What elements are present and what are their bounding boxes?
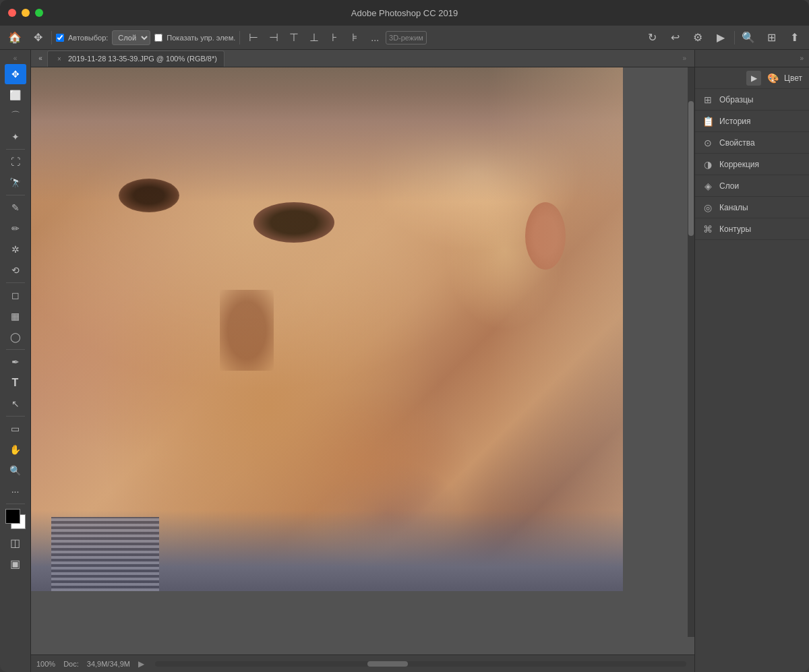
move-tool[interactable]: ✥ [5,64,26,84]
auto-select-checkbox[interactable] [56,34,64,42]
panel-item-layers[interactable]: ◈ Слои [695,175,809,197]
layers-label: Слои [719,181,739,191]
home-button[interactable]: 🏠 [5,28,24,47]
video-btn[interactable]: ▶ [711,28,730,47]
crop-tool[interactable]: ⛶ [5,152,26,172]
status-bar: 100% Doc: 34,9M/34,9M ▶ [31,654,694,672]
tab-panel-expand[interactable]: » [677,55,692,62]
canvas-container[interactable] [31,67,694,654]
align-middle-btn[interactable]: ⊦ [325,28,344,47]
tools-collapse-btn[interactable]: « [13,53,18,63]
history-icon: 📋 [702,115,714,127]
eyedropper-tool[interactable]: 🔭 [5,173,26,193]
document-tab[interactable]: × 2019-11-28 13-35-39.JPG @ 100% (RGB/8*… [47,51,224,67]
scrollbar-thumb-v[interactable] [688,101,694,236]
pen-tool[interactable]: ✒ [5,352,26,372]
auto-select-label: Автовыбор: [68,34,108,42]
tab-close-btn[interactable]: × [55,54,64,63]
align-center-btn[interactable]: ⊣ [264,28,283,47]
align-left-btn[interactable]: ⊢ [244,28,263,47]
show-controls-checkbox[interactable] [154,34,162,42]
history-label: История [719,117,751,126]
panel-play-btn-color[interactable]: ▶ [746,71,761,86]
dodge-tool[interactable]: ◯ [5,327,26,347]
align-bottom-btn[interactable]: ⊧ [345,28,364,47]
clone-stamp-tool[interactable]: ✲ [5,239,26,259]
foreground-color[interactable] [5,509,20,524]
tool-sep-1 [6,149,25,150]
panel-item-samples[interactable]: ⊞ Образцы [695,89,809,111]
tool-sep-3 [6,282,25,283]
channels-icon: ◎ [702,202,714,214]
panel-item-correction[interactable]: ◑ Коррекция [695,154,809,175]
samples-icon: ⊞ [702,94,714,106]
color-swatches[interactable] [5,509,26,529]
right-panel-header: » [695,50,809,67]
photoshop-window: Adobe Photoshop CC 2019 🏠 ✥ Автовыбор: С… [0,0,809,672]
search-btn[interactable]: 🔍 [739,28,758,47]
titlebar: Adobe Photoshop CC 2019 [0,0,809,26]
shape-tool[interactable]: ▭ [5,419,26,439]
hand-tool[interactable]: ✋ [5,439,26,460]
align-right-btn[interactable]: ⊤ [284,28,303,47]
undo-btn[interactable]: ↩ [665,28,684,47]
canvas-image [31,67,623,591]
paths-icon: ⌘ [702,223,714,235]
panel-item-properties[interactable]: ⊙ Свойства [695,132,809,154]
status-arrow-btn[interactable]: ▶ [138,659,144,669]
minimize-button[interactable] [22,9,30,17]
share-btn[interactable]: ⬆ [785,28,804,47]
eraser-tool[interactable]: ◻ [5,285,26,305]
eye-right [119,179,179,212]
zoom-tool[interactable]: 🔍 [5,460,26,481]
panel-item-channels[interactable]: ◎ Каналы [695,197,809,218]
quick-mask-btn[interactable]: ◫ [5,532,26,553]
color-icon: 🎨 [767,72,779,84]
3d-mode-label[interactable]: 3D-режим [386,31,427,44]
paths-label: Контуры [719,224,751,234]
close-button[interactable] [8,9,16,17]
magic-wand-tool[interactable]: ✦ [5,127,26,147]
scrollbar-thumb-h[interactable] [367,661,408,667]
show-controls-label: Показать упр. элем. [167,34,235,42]
vertical-scrollbar[interactable] [688,67,694,637]
layer-dropdown[interactable]: Слой [112,30,150,45]
path-select-tool[interactable]: ↖ [5,394,26,414]
lasso-tool[interactable]: ⌒ [5,106,26,126]
toolbar-sep-right [734,31,735,44]
properties-label: Свойства [719,138,755,148]
history-brush-tool[interactable]: ⟲ [5,260,26,280]
brush-tool[interactable]: ✏ [5,218,26,239]
tools-panel: « ✥ ⬜ ⌒ ✦ ⛶ 🔭 ✎ ✏ ✲ ⟲ ◻ ▦ ◯ ✒ T ↖ ▭ ✋ 🔍 … [0,50,31,672]
panel-item-history[interactable]: 📋 История [695,111,809,132]
tab-bar: « × 2019-11-28 13-35-39.JPG @ 100% (RGB/… [31,50,694,67]
tab-expand-btn[interactable]: « [34,52,47,65]
text-tool[interactable]: T [5,373,26,393]
fullscreen-button[interactable] [35,9,43,17]
screen-mode-btn[interactable]: ▣ [5,553,26,574]
doc-label: Doc: [63,660,79,668]
panel-item-color[interactable]: ▶ 🎨 Цвет [695,67,809,89]
correction-label: Коррекция [719,160,759,169]
canvas-area: « × 2019-11-28 13-35-39.JPG @ 100% (RGB/… [31,50,694,672]
gradient-tool[interactable]: ▦ [5,306,26,326]
rotate-btn[interactable]: ↻ [642,28,661,47]
select-rect-tool[interactable]: ⬜ [5,85,26,105]
panel-collapse-btn[interactable]: » [800,55,804,62]
align-top-btn[interactable]: ⊥ [305,28,324,47]
zoom-level: 100% [36,660,55,668]
eye-left [253,202,334,243]
settings-btn[interactable]: ⚙ [688,28,707,47]
more-tools-btn[interactable]: ··· [5,481,26,501]
correction-icon: ◑ [702,158,714,171]
canvas-wrapper [31,67,688,637]
panel-item-paths[interactable]: ⌘ Контуры [695,218,809,240]
more-btn[interactable]: ... [368,32,382,43]
move-tool-btn[interactable]: ✥ [28,28,47,47]
horizontal-scrollbar[interactable] [155,661,686,667]
nose-shadow [220,290,274,371]
view-options-btn[interactable]: ⊞ [762,28,781,47]
spot-heal-tool[interactable]: ✎ [5,197,26,218]
align-group: ⊢ ⊣ ⊤ ⊥ ⊦ ⊧ [244,28,364,47]
toolbar-separator-1 [51,31,52,44]
